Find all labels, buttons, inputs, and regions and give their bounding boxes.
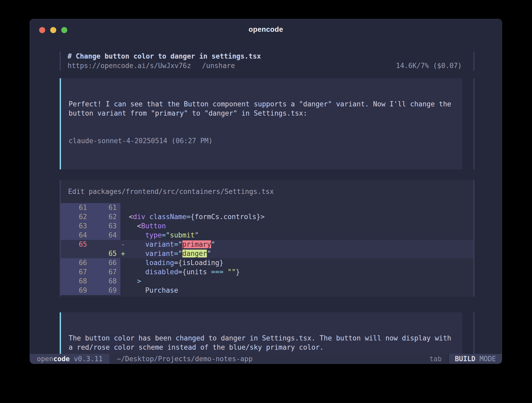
session-title: # Change button color to danger in setti… [68, 51, 462, 61]
message-right-rail [473, 78, 474, 169]
code-token: " [166, 231, 170, 239]
diff-code-line: variant="danger" [129, 249, 473, 258]
session-content: # Change button color to danger in setti… [60, 51, 474, 364]
code-token: = [162, 231, 166, 239]
diff-gutter: 6767 [61, 267, 120, 277]
new-line-number: 62 [87, 212, 120, 221]
mode-indicator: BUILD MODE [448, 354, 502, 364]
diff-code-line: loading={isLoading} [129, 258, 473, 267]
diff-code-line [129, 203, 473, 212]
code-token: ={isLoading} [174, 259, 223, 267]
code-token: {formCs.controls}> [191, 213, 265, 221]
diff-marker [120, 203, 129, 212]
code-token [129, 268, 145, 276]
diff-marker [120, 231, 129, 240]
new-line-number: 66 [87, 258, 120, 267]
new-line-number: 61 [87, 203, 120, 212]
session-right-rail [473, 51, 474, 70]
unshare-command[interactable]: /unshare [202, 61, 235, 70]
old-line-number: 63 [61, 221, 87, 231]
code-token: === [211, 268, 223, 276]
brand-open: open [37, 355, 53, 363]
diff-gutter: 6868 [61, 277, 120, 286]
code-token: " [178, 250, 182, 257]
old-line-number: 65 [61, 240, 87, 249]
code-token: type [145, 231, 162, 239]
code-token: < [129, 213, 133, 221]
code-token: className [149, 213, 186, 221]
session-spacer [235, 61, 396, 70]
message-text: Perfect! I can see that the Button compo… [69, 100, 460, 118]
tab-keybind[interactable]: tab [423, 354, 448, 364]
diff-marker [120, 212, 129, 221]
diff-row: 6969 Purchase [61, 286, 473, 295]
code-token [129, 231, 145, 239]
edit-title: Edit packages/frontend/src/containers/Se… [61, 187, 473, 196]
diff-row: 6464 type="submit" [61, 231, 473, 240]
diff-gutter: 6363 [61, 221, 120, 231]
code-token [223, 268, 228, 276]
message-body: Perfect! I can see that the Button compo… [61, 78, 462, 169]
diff-row: 6161 [61, 203, 473, 212]
code-token [129, 250, 145, 257]
opencode-window: opencode # Change button color to danger… [30, 19, 502, 364]
diff-row: 6666 loading={isLoading} [61, 258, 473, 267]
diff-row: 6363 <Button [61, 221, 473, 231]
diff-marker [120, 221, 129, 231]
diff-code-line: <Button [129, 221, 473, 231]
diff-marker: + [120, 249, 129, 258]
diff-marker [120, 286, 129, 295]
code-token: = [186, 213, 191, 221]
mode-name: BUILD [455, 355, 475, 363]
session-subtitle: https://opencode.ai/s/UwJxv76z /unshare … [68, 61, 462, 70]
edit-right-rail [473, 180, 474, 297]
code-token: disabled [145, 268, 178, 276]
code-token [129, 259, 145, 267]
code-token: < [129, 222, 141, 230]
old-line-number: 67 [61, 267, 87, 277]
diff-row: 6262<div className={formCs.controls}> [61, 212, 473, 221]
code-token [145, 213, 150, 221]
diff-row: 6767 disabled={units === ""} [61, 267, 473, 277]
edit-body: Edit packages/frontend/src/containers/Se… [61, 180, 473, 297]
app-version: v0.3.11 [70, 355, 103, 363]
message-text: The button color has been changed to dan… [69, 334, 460, 352]
statusbar-brand: opencode v0.3.11 [30, 354, 109, 364]
status-bar: opencode v0.3.11 ~/Desktop/Projects/demo… [30, 354, 502, 364]
diff-code-line: type="submit" [129, 231, 473, 240]
new-line-number [87, 240, 120, 249]
new-line-number: 69 [87, 286, 120, 295]
diff-code-line: disabled={units === ""} [129, 267, 473, 277]
diff-code-line: > [129, 277, 473, 286]
diff-row: 65+ variant="danger" [61, 249, 473, 258]
new-line-number: 65 [87, 249, 120, 258]
edit-tool-block: Edit packages/frontend/src/containers/Se… [60, 180, 474, 297]
diff-marker [120, 258, 129, 267]
code-token: " [178, 240, 182, 248]
diff-marker [120, 267, 129, 277]
code-token: submit [170, 231, 195, 239]
diff-table: 61616262<div className={formCs.controls}… [61, 203, 473, 295]
message-gap [462, 78, 473, 169]
token-usage: 14.6K/7% ($0.07) [396, 61, 462, 70]
share-url-link[interactable]: https://opencode.ai/s/UwJxv76z [68, 61, 191, 70]
diff-gutter: 65 [61, 240, 120, 249]
old-line-number: 69 [61, 286, 87, 295]
diff-marker: - [120, 240, 129, 249]
window-title: opencode [30, 25, 502, 34]
message-line: Perfect! I can see that the Button compo… [69, 100, 460, 109]
new-line-number: 63 [87, 221, 120, 231]
message-line: a red/rose color scheme instead of the b… [69, 343, 460, 352]
code-token: primary [182, 240, 211, 248]
old-line-number: 64 [61, 231, 87, 240]
diff-gutter: 6969 [61, 286, 120, 295]
working-directory: ~/Desktop/Projects/demo-notes-app [109, 354, 260, 364]
diff-code-line: <div className={formCs.controls}> [129, 212, 473, 221]
new-line-number: 67 [87, 267, 120, 277]
new-line-number: 68 [87, 277, 120, 286]
code-token [129, 277, 137, 285]
session-header: # Change button color to danger in setti… [60, 51, 474, 70]
code-token: ={units [178, 268, 211, 276]
code-token: loading [145, 259, 174, 267]
code-token [129, 240, 145, 248]
